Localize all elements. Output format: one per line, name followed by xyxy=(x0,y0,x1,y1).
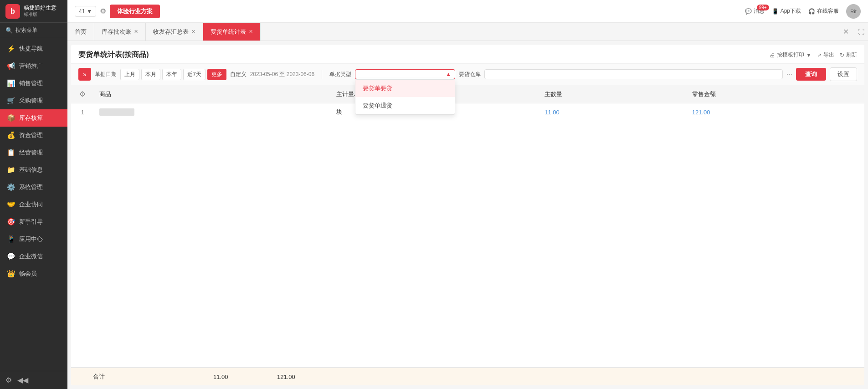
type-filter-label: 单据类型 xyxy=(329,71,351,78)
member-icon: 👑 xyxy=(6,270,15,278)
app-logo-text: 畅捷通好生意 标准版 xyxy=(24,5,56,18)
purchase-icon: 🛒 xyxy=(6,97,15,105)
sidebar-logo: b 畅捷通好生意 标准版 xyxy=(0,0,67,23)
system-icon: ⚙️ xyxy=(6,183,15,191)
footer-total-label: 合计 xyxy=(77,373,154,381)
sidebar-item-purchase[interactable]: 🛒 采购管理 xyxy=(0,92,67,109)
print-chevron-icon: ▼ xyxy=(806,52,812,58)
data-table: ⚙ 商品 主计量单位 主数量 零售金额 1 ████ ████ 块 xyxy=(71,85,864,121)
topbar-left: 41 ▼ ⚙ 体验行业方案 xyxy=(75,5,740,18)
trial-button[interactable]: 体验行业方案 xyxy=(110,5,160,18)
this-month-btn[interactable]: 本月 xyxy=(141,69,160,80)
close-all-tabs-button[interactable]: ✕ xyxy=(837,27,854,36)
footer-qty: 11.00 xyxy=(213,374,277,380)
row-qty: 11.00 xyxy=(539,103,687,121)
tab-close-batch-account[interactable]: ✕ xyxy=(134,29,138,35)
custom-date-btn[interactable]: 自定义 xyxy=(230,71,247,78)
app-download-button[interactable]: 📱 App下载 xyxy=(772,7,801,15)
inventory-icon: 📦 xyxy=(6,114,15,122)
topbar-right: 💬 消息 99+ 📱 App下载 🎧 在线客服 Rit xyxy=(745,4,861,19)
message-icon: 💬 xyxy=(745,8,752,15)
service-icon: 🎧 xyxy=(808,8,815,15)
sidebar-item-system[interactable]: ⚙️ 系统管理 xyxy=(0,179,67,196)
user-avatar[interactable]: Rit xyxy=(846,4,861,19)
filter-divider xyxy=(322,70,322,79)
collapse-sidebar-icon[interactable]: ◀◀ xyxy=(17,376,28,384)
col-amount: 零售金额 xyxy=(687,85,864,103)
sidebar-item-wechat[interactable]: 💬 企业微信 xyxy=(0,248,67,265)
type-select[interactable]: ▲ xyxy=(355,69,455,79)
sidebar-item-enterprise[interactable]: 🤝 企业协同 xyxy=(0,196,67,213)
tab-recv-summary[interactable]: 收发存汇总表 ✕ xyxy=(146,23,203,41)
col-settings[interactable]: ⚙ xyxy=(71,85,94,103)
sidebar-item-app-center[interactable]: 📱 应用中心 xyxy=(0,230,67,248)
filter-expand-button[interactable]: » xyxy=(78,68,91,81)
sidebar-footer: ⚙ ◀◀ xyxy=(0,371,67,389)
column-settings-icon[interactable]: ⚙ xyxy=(79,90,86,98)
dropdown-item-return[interactable]: 要货单退货 xyxy=(355,97,455,114)
sidebar-item-quick-nav[interactable]: ⚡ 快捷导航 xyxy=(0,40,67,57)
col-product: 商品 xyxy=(94,85,331,103)
last-7-days-btn[interactable]: 近7天 xyxy=(183,69,205,80)
sidebar-nav: ⚡ 快捷导航 📢 营销推广 📊 销售管理 🛒 采购管理 📦 库存核算 💰 资金管… xyxy=(0,38,67,371)
sidebar-item-guide[interactable]: 🎯 新手引导 xyxy=(0,213,67,230)
print-button[interactable]: 🖨 按模板打印 ▼ xyxy=(770,51,812,59)
tab-close-recv-summary[interactable]: ✕ xyxy=(191,29,195,35)
app-logo-icon: b xyxy=(5,4,20,19)
more-filters-icon[interactable]: ··· xyxy=(786,70,792,78)
this-year-btn[interactable]: 本年 xyxy=(162,69,181,80)
version-selector[interactable]: 41 ▼ xyxy=(75,6,96,17)
sidebar-item-basic-info[interactable]: 📁 基础信息 xyxy=(0,161,67,179)
table-container: ⚙ 商品 主计量单位 主数量 零售金额 1 ████ ████ 块 xyxy=(71,85,864,367)
settings-button[interactable]: 设置 xyxy=(830,67,857,81)
print-icon: 🖨 xyxy=(770,52,775,58)
last-month-btn[interactable]: 上月 xyxy=(120,69,139,80)
sales-icon: 📊 xyxy=(6,79,15,87)
wechat-icon: 💬 xyxy=(6,252,15,261)
enterprise-icon: 🤝 xyxy=(6,200,15,209)
sidebar-item-inventory[interactable]: 📦 库存核算 xyxy=(0,109,67,127)
messages-button[interactable]: 💬 消息 99+ xyxy=(745,7,765,15)
export-button[interactable]: ↗ 导出 xyxy=(817,51,834,59)
type-select-arrow-icon: ▲ xyxy=(446,71,451,77)
sidebar-search[interactable]: 🔍 搜索菜单 xyxy=(0,23,67,38)
warehouse-filter-label: 要货仓库 xyxy=(459,71,481,78)
topbar-gear-icon[interactable]: ⚙ xyxy=(100,7,106,15)
query-button[interactable]: 查询 xyxy=(796,68,826,81)
tab-home[interactable]: 首页 xyxy=(67,23,94,41)
refresh-icon: ↻ xyxy=(840,52,844,58)
table-body: 1 ████ ████ 块 11.00 121.00 xyxy=(71,103,864,121)
amount-link[interactable]: 121.00 xyxy=(692,109,710,116)
sidebar-item-sales[interactable]: 📊 销售管理 xyxy=(0,75,67,92)
sidebar-item-member[interactable]: 👑 畅会员 xyxy=(0,265,67,282)
tab-batch-account[interactable]: 库存批次账 ✕ xyxy=(94,23,146,41)
dropdown-item-order[interactable]: 要货单要货 xyxy=(355,80,455,97)
settings-footer-icon[interactable]: ⚙ xyxy=(5,376,12,384)
warehouse-input[interactable] xyxy=(484,69,783,79)
expand-tabs-button[interactable]: ⛶ xyxy=(854,28,868,36)
sidebar-item-marketing[interactable]: 📢 营销推广 xyxy=(0,57,67,75)
row-amount: 121.00 xyxy=(687,103,864,121)
date-quick-btns: 上月 本月 本年 近7天 更多 xyxy=(120,69,226,80)
sidebar-item-finance[interactable]: 💰 资金管理 xyxy=(0,127,67,144)
footer-amount: 121.00 xyxy=(277,374,323,380)
message-badge: 99+ xyxy=(757,5,769,10)
product-name-blurred: ████ ████ xyxy=(99,108,134,116)
date-range-display: 2023-05-06 至 2023-06-06 xyxy=(250,71,314,78)
refresh-button[interactable]: ↻ 刷新 xyxy=(840,51,857,59)
sidebar: b 畅捷通好生意 标准版 🔍 搜索菜单 ⚡ 快捷导航 📢 营销推广 📊 销售管理… xyxy=(0,0,67,389)
search-icon: 🔍 xyxy=(5,27,13,34)
online-service-button[interactable]: 🎧 在线客服 xyxy=(808,7,839,15)
type-filter-wrapper: ▲ 要货单要货 要货单退货 xyxy=(355,69,455,79)
row-product: ████ ████ xyxy=(94,103,331,121)
tab-close-order-stats[interactable]: ✕ xyxy=(249,29,253,35)
qty-link[interactable]: 11.00 xyxy=(544,109,560,116)
tab-order-stats[interactable]: 要货单统计表 ✕ xyxy=(203,23,261,41)
more-dates-btn[interactable]: 更多 xyxy=(207,69,226,80)
marketing-icon: 📢 xyxy=(6,62,15,70)
operations-icon: 📋 xyxy=(6,148,15,157)
table-header-row: ⚙ 商品 主计量单位 主数量 零售金额 xyxy=(71,85,864,103)
sidebar-item-operations[interactable]: 📋 经营管理 xyxy=(0,144,67,161)
download-icon: 📱 xyxy=(772,8,779,15)
quick-nav-icon: ⚡ xyxy=(6,45,15,53)
